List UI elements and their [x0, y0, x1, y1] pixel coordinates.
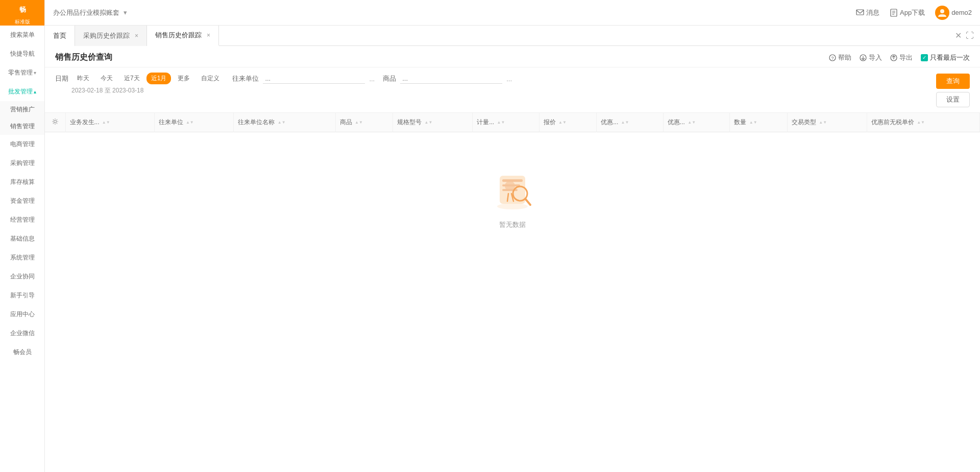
sidebar-item-system[interactable]: 系统管理: [0, 248, 44, 267]
product-filter-label: 商品: [383, 74, 396, 83]
sidebar-item-retail[interactable]: 零售管理 ▾: [0, 63, 44, 82]
product-filter-input[interactable]: [400, 74, 502, 84]
sort-arrows-biz-date: ▲▼: [102, 120, 110, 125]
sidebar-item-purchase[interactable]: 采购管理: [0, 154, 44, 173]
sidebar-item-quick-nav[interactable]: 快捷导航: [0, 44, 44, 63]
date-filter-label: 日期: [55, 74, 68, 83]
date-btn-more[interactable]: 更多: [173, 73, 194, 84]
logo-icon: 畅: [13, 0, 32, 17]
tab-maximize-button[interactable]: ⛶: [966, 31, 974, 40]
user-name: demo2: [951, 9, 972, 16]
user-avatar: [935, 6, 949, 20]
sidebar-item-sales-mgmt[interactable]: 销售管理: [0, 118, 44, 135]
col-partner-name[interactable]: 往来单位名称 ▲▼: [234, 113, 335, 132]
svg-point-15: [497, 203, 528, 209]
topbar-right: 消息 App下载 demo2: [856, 6, 972, 20]
tab-close-all-button[interactable]: ✕: [955, 31, 962, 40]
col-partner-code[interactable]: 往来单位 ▲▼: [154, 113, 234, 132]
sidebar-item-member[interactable]: 畅会员: [0, 343, 44, 362]
sidebar-item-basic-info[interactable]: 基础信息: [0, 229, 44, 248]
col-quantity[interactable]: 数量 ▲▼: [730, 113, 787, 132]
sidebar-item-search[interactable]: 搜索菜单: [0, 26, 44, 44]
column-settings[interactable]: [45, 113, 65, 132]
app-download-button[interactable]: App下载: [890, 8, 925, 17]
sort-arrows-unit: ▲▼: [497, 120, 505, 125]
sidebar-item-marketing[interactable]: 营销推广: [0, 101, 44, 118]
svg-line-21: [525, 199, 530, 205]
sidebar-label-corp-wechat: 企业微信: [0, 329, 44, 338]
col-trade-type[interactable]: 交易类型 ▲▼: [787, 113, 867, 132]
col-discount2[interactable]: 优惠... ▲▼: [663, 113, 730, 132]
col-product[interactable]: 商品 ▲▼: [335, 113, 393, 132]
page-title: 销售历史价查询: [55, 52, 112, 63]
sidebar-label-operations: 经营管理: [0, 216, 44, 224]
date-btn-custom[interactable]: 自定义: [197, 73, 224, 84]
tab-sales-history-label: 销售历史价跟踪: [155, 31, 202, 40]
col-partner-name-label: 往来单位名称: [238, 119, 275, 126]
export-button[interactable]: 导出: [890, 53, 913, 62]
tab-sales-history[interactable]: 销售历史价跟踪 ×: [147, 26, 219, 46]
svg-point-22: [505, 181, 515, 191]
tab-home[interactable]: 首页: [45, 26, 75, 46]
date-btn-7days[interactable]: 近7天: [119, 73, 144, 84]
col-quoted-price-label: 报价: [544, 119, 556, 126]
app-subtitle: 标准版: [15, 18, 30, 26]
query-button[interactable]: 查询: [936, 74, 970, 89]
empty-text: 暂无数据: [499, 220, 526, 229]
sidebar-label-basic-info: 基础信息: [0, 234, 44, 243]
sidebar-label-enterprise: 企业协同: [0, 272, 44, 281]
sidebar-item-app-center[interactable]: 应用中心: [0, 305, 44, 324]
tab-purchase-history-close[interactable]: ×: [135, 32, 138, 39]
data-table: 业务发生... ▲▼ 往来单位 ▲▼ 往来单位名称 ▲▼ 商品: [45, 113, 980, 132]
date-buttons: 昨天 今天 近7天 近1月 更多 自定义: [72, 73, 224, 84]
settings-button[interactable]: 设置: [936, 92, 970, 107]
date-btn-1month[interactable]: 近1月: [146, 73, 172, 84]
sidebar-item-inventory[interactable]: 库存核算: [0, 173, 44, 192]
date-btn-today[interactable]: 今天: [96, 73, 117, 84]
sidebar-item-wholesale[interactable]: 批发管理 ▴: [0, 82, 44, 101]
help-button[interactable]: ? 帮助: [829, 53, 851, 62]
user-profile-button[interactable]: demo2: [935, 6, 972, 20]
only-last-checkbox[interactable]: ✓: [921, 54, 928, 61]
workspace-dropdown-icon[interactable]: ▾: [124, 9, 127, 16]
partner-filter-dots[interactable]: ...: [369, 75, 375, 83]
svg-text:?: ?: [831, 56, 834, 61]
svg-text:畅: 畅: [19, 6, 26, 13]
sidebar: 畅 标准版 搜索菜单 快捷导航 零售管理 ▾ 批发管理 ▴ 营销推广 销售管理 …: [0, 0, 45, 472]
page-actions: ? 帮助 导入 导出 ✓ 只看最后一次: [829, 53, 970, 62]
col-discount1[interactable]: 优惠... ▲▼: [597, 113, 664, 132]
tab-sales-history-close[interactable]: ×: [207, 32, 210, 39]
table-header-row: 业务发生... ▲▼ 往来单位 ▲▼ 往来单位名称 ▲▼ 商品: [45, 113, 980, 132]
only-last-checkbox-label[interactable]: ✓ 只看最后一次: [921, 53, 970, 62]
topbar-left: 办公用品行业模拟账套 ▾: [53, 8, 127, 17]
import-icon: [860, 54, 867, 61]
sidebar-label-inventory: 库存核算: [0, 178, 44, 186]
sidebar-item-corp-wechat[interactable]: 企业微信: [0, 324, 44, 343]
empty-illustration: [487, 163, 538, 214]
import-button[interactable]: 导入: [860, 53, 882, 62]
app-logo[interactable]: 畅 标准版: [0, 0, 44, 26]
col-partner-code-label: 往来单位: [159, 119, 183, 126]
partner-filter-input[interactable]: [263, 74, 365, 84]
message-label: 消息: [866, 8, 879, 17]
message-button[interactable]: 消息: [856, 8, 879, 17]
product-filter-dots[interactable]: ...: [506, 75, 512, 83]
sidebar-item-enterprise[interactable]: 企业协同: [0, 267, 44, 286]
sidebar-label-ecommerce: 电商管理: [0, 140, 44, 149]
sidebar-item-finance[interactable]: 资金管理: [0, 192, 44, 210]
chevron-down-icon: ▾: [34, 70, 36, 76]
tab-purchase-history[interactable]: 采购历史价跟踪 ×: [75, 26, 147, 46]
date-btn-yesterday[interactable]: 昨天: [72, 73, 94, 84]
col-spec[interactable]: 规格型号 ▲▼: [393, 113, 473, 132]
col-unit[interactable]: 计量... ▲▼: [473, 113, 540, 132]
col-biz-date[interactable]: 业务发生... ▲▼: [65, 113, 154, 132]
col-quoted-price[interactable]: 报价 ▲▼: [539, 113, 596, 132]
sidebar-label-sales-mgmt: 销售管理: [10, 123, 35, 130]
sidebar-item-ecommerce[interactable]: 电商管理: [0, 135, 44, 154]
empty-state: 暂无数据: [45, 132, 980, 260]
sort-arrows-partner-name: ▲▼: [278, 120, 286, 125]
col-pretax-price[interactable]: 优惠前无税单价 ▲▼: [867, 113, 979, 132]
export-label: 导出: [899, 53, 913, 62]
sidebar-item-guide[interactable]: 新手引导: [0, 286, 44, 305]
sidebar-item-operations[interactable]: 经营管理: [0, 210, 44, 229]
